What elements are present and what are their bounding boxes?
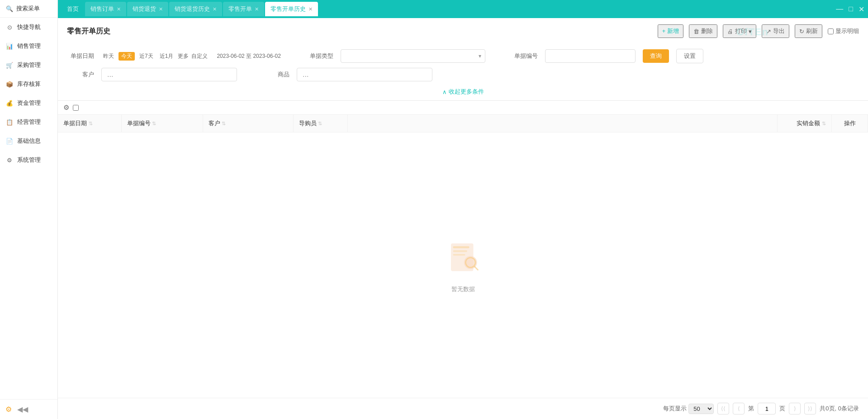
show-detail-checkbox[interactable]	[828, 28, 834, 34]
tab-home[interactable]: 首页	[62, 2, 84, 16]
col-header-amount[interactable]: 实销金额 ⇅	[778, 115, 832, 132]
doc-number-input[interactable]	[545, 49, 636, 63]
chevron-down-icon: ▾	[479, 53, 481, 59]
page-size-wrap: 每页显示 50 100 200	[663, 404, 714, 414]
svg-rect-3	[453, 254, 465, 255]
page-next-button[interactable]: ⟩	[789, 403, 801, 414]
sidebar-item-operation[interactable]: 📋 经营管理	[0, 113, 57, 132]
empty-state: 暂无数据	[58, 132, 868, 398]
table-header-row: 单据日期 ⇅ 单据编号 ⇅ 客户 ⇅ 导购员 ⇅	[58, 115, 868, 132]
sidebar-item-system[interactable]: ⚙ 系统管理	[0, 151, 57, 169]
print-label: 打印	[735, 27, 747, 35]
query-button[interactable]: 查询	[643, 49, 669, 63]
page-title: 零售开单历史	[67, 27, 110, 36]
window-maximize-icon[interactable]: □	[849, 5, 853, 13]
page-suffix: 页	[779, 405, 785, 413]
sidebar-item-label: 基础信息	[17, 137, 41, 145]
chevron-up-icon: ∧	[442, 89, 447, 95]
tab-retail-open[interactable]: 零售开单 ✕	[223, 2, 264, 16]
tab-sales-return[interactable]: 销货退货 ✕	[127, 2, 168, 16]
sidebar-item-label: 销售管理	[17, 42, 41, 50]
sidebar-search[interactable]: 🔍 搜索采单	[0, 0, 57, 18]
sidebar-bottom: ⚙ ◀◀	[0, 399, 57, 419]
sidebar-item-label: 经营管理	[17, 118, 41, 126]
doc-type-select[interactable]: ▾	[341, 49, 485, 63]
delete-button[interactable]: 🗑 删除	[689, 24, 717, 38]
pagination: 每页显示 50 100 200 ⟨⟨ ⟨ 第 1 页 ⟩ ⟩⟩ 共0页, 0条记…	[58, 398, 868, 419]
tab-sales-order-close[interactable]: ✕	[117, 6, 121, 12]
setting-button[interactable]: 设置	[676, 49, 703, 63]
tab-bar-right: — □ ✕	[836, 5, 864, 14]
sidebar-item-basic-info[interactable]: 📄 基础信息	[0, 132, 57, 151]
print-dropdown-icon: ▾	[749, 28, 752, 35]
cart-icon: 🛒	[5, 61, 14, 69]
filter-area: 单据日期 昨天 今天 近7天 近1月 更多 自定义 2023-06-02 至 2…	[67, 43, 859, 100]
chart-icon: 📊	[5, 42, 14, 50]
window-close-icon[interactable]: ✕	[859, 5, 864, 14]
info-icon: 📄	[5, 137, 14, 145]
date-shortcut-7days[interactable]: 近7天	[138, 52, 155, 61]
new-button[interactable]: + 新增	[658, 24, 683, 38]
product-filter-label: 商品	[262, 71, 289, 79]
page-number-input[interactable]: 1	[758, 403, 776, 414]
print-button[interactable]: 🖨 打印 ▾	[723, 24, 756, 38]
export-icon: ↗	[766, 28, 771, 35]
tab-retail-open-close[interactable]: ✕	[255, 6, 259, 12]
collapse-filter-button[interactable]: ∧ 收起更多条件	[67, 86, 859, 100]
tab-sales-return-close[interactable]: ✕	[159, 6, 163, 12]
sidebar-item-label: 资金管理	[17, 99, 41, 107]
page-prev-button[interactable]: ⟨	[733, 403, 745, 414]
export-button[interactable]: ↗ 导出	[762, 24, 789, 38]
sort-icon-number: ⇅	[152, 121, 156, 126]
sort-icon-customer: ⇅	[222, 121, 226, 126]
date-shortcut-1month[interactable]: 近1月	[158, 52, 175, 61]
page-last-button[interactable]: ⟩⟩	[804, 403, 816, 414]
sidebar-item-purchase-mgmt[interactable]: 🛒 采购管理	[0, 56, 57, 75]
table-toolbar: ⚙	[58, 101, 868, 115]
select-all-checkbox[interactable]	[73, 105, 79, 111]
col-header-date[interactable]: 单据日期 ⇅	[58, 115, 121, 132]
sidebar: 🔍 搜索采单 ⊙ 快捷导航 📊 销售管理 🛒 采购管理 📦 库存核算 💰 资金管…	[0, 0, 58, 419]
show-detail-label: 显示明细	[835, 27, 859, 35]
col-number-label: 单据编号	[127, 120, 151, 127]
briefcase-icon: 📋	[5, 118, 14, 126]
show-detail-checkbox-wrap[interactable]: 显示明细	[828, 27, 859, 35]
customer-select[interactable]: ...	[101, 68, 237, 81]
sidebar-item-label: 库存核算	[17, 80, 41, 88]
filter-row-date: 单据日期 昨天 今天 近7天 近1月 更多 自定义 2023-06-02 至 2…	[67, 49, 859, 63]
page-first-button[interactable]: ⟨⟨	[717, 403, 729, 414]
refresh-button[interactable]: ↻ 刷新	[795, 24, 822, 38]
tab-sales-order[interactable]: 销售订单 ✕	[85, 2, 126, 16]
sidebar-item-inventory[interactable]: 📦 库存核算	[0, 75, 57, 94]
refresh-icon: ↻	[799, 28, 804, 35]
date-range-text: 2023-06-02 至 2023-06-02	[217, 52, 280, 60]
money-icon: 💰	[5, 99, 14, 107]
svg-rect-2	[453, 250, 467, 252]
tab-sales-return-history-close[interactable]: ✕	[213, 6, 217, 12]
table-settings-icon[interactable]: ⚙	[63, 104, 69, 112]
per-page-select[interactable]: 50 100 200	[688, 404, 714, 414]
col-header-guide[interactable]: 导购员 ⇅	[293, 115, 347, 132]
empty-state-text: 暂无数据	[451, 285, 475, 293]
tab-retail-open-history[interactable]: 零售开单历史 ✕	[265, 2, 318, 16]
window-minimize-icon[interactable]: —	[836, 5, 843, 13]
settings-gear-button[interactable]: ⚙	[5, 405, 12, 414]
sort-icon-amount: ⇅	[822, 121, 826, 126]
tab-sales-return-label: 销货退货	[133, 5, 156, 13]
doc-number-filter-label: 单据编号	[511, 52, 538, 60]
product-select[interactable]: ...	[297, 68, 432, 81]
empty-state-icon	[443, 237, 484, 278]
sidebar-item-sales-mgmt[interactable]: 📊 销售管理	[0, 37, 57, 56]
date-shortcut-more[interactable]: 更多	[178, 52, 189, 60]
date-shortcut-today[interactable]: 今天	[119, 52, 135, 61]
tab-retail-open-history-close[interactable]: ✕	[308, 6, 313, 12]
col-header-customer[interactable]: 客户 ⇅	[203, 115, 293, 132]
sidebar-item-finance[interactable]: 💰 资金管理	[0, 94, 57, 113]
sidebar-item-quick-nav[interactable]: ⊙ 快捷导航	[0, 18, 57, 37]
collapse-sidebar-button[interactable]: ◀◀	[17, 405, 28, 414]
date-shortcut-custom[interactable]: 自定义	[191, 52, 208, 60]
svg-rect-1	[453, 246, 469, 248]
col-header-number[interactable]: 单据编号 ⇅	[121, 115, 203, 132]
tab-sales-return-history[interactable]: 销货退货历史 ✕	[169, 2, 222, 16]
date-shortcut-yesterday[interactable]: 昨天	[101, 52, 116, 61]
